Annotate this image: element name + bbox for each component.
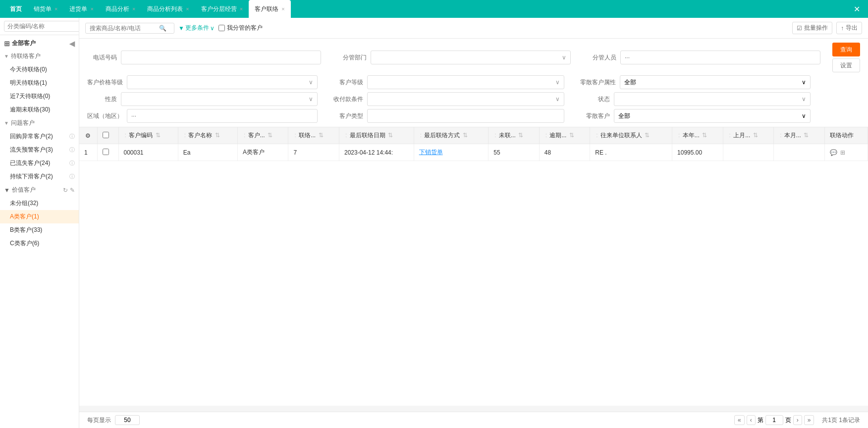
chevron-down-icon5: ∨ (309, 96, 313, 103)
customer-type-input[interactable] (367, 109, 564, 123)
close-goods-list-icon[interactable]: × (186, 6, 189, 12)
field-customer-type: 客户类型 (333, 109, 564, 123)
adv-filter-row-3: 性质 ∨ 收付款条件 ∨ 状态 (87, 92, 860, 106)
sidebar-item-declining[interactable]: 持续下滑客户(2) ⓘ (0, 170, 79, 183)
status-select[interactable]: ∨ (614, 92, 811, 106)
last-page-btn[interactable]: » (804, 415, 814, 425)
td-index: 1 (79, 144, 97, 161)
th-name: : 客户名称 ⇅ (178, 127, 237, 144)
phone-input[interactable] (121, 51, 321, 64)
td-code: 000031 (118, 144, 178, 161)
my-customer-checkbox[interactable] (218, 25, 225, 31)
horizontal-scrollbar[interactable] (79, 406, 868, 412)
close-customer-tier-icon[interactable]: × (240, 6, 243, 12)
sidebar-section-pending[interactable]: ▼ 待联络客户 (0, 50, 79, 63)
nav-tab-customer-contact[interactable]: 客户联络 × (249, 0, 290, 18)
sort-lastdate-icon: ⇅ (388, 132, 393, 139)
select-all-checkbox[interactable] (103, 132, 109, 138)
arrow-down-icon3: ▼ (4, 187, 10, 194)
field-payment: 收付款条件 ∨ (333, 92, 564, 106)
sidebar-item-overdue[interactable]: 逾期未联络(30) (0, 103, 79, 116)
sidebar-item-class-b[interactable]: B类客户(33) (0, 223, 79, 237)
first-page-btn[interactable]: « (734, 415, 745, 425)
sort-contactperson-icon: ⇅ (645, 132, 650, 139)
last-method-link[interactable]: 下销货单 (419, 149, 443, 156)
nav-tab-purchase[interactable]: 进货单 × (63, 0, 99, 18)
th-action: 联络动作 (824, 127, 868, 144)
sidebar-item-ungroup[interactable]: 未分组(32) (0, 197, 79, 210)
chat-icon[interactable]: 💬 (830, 149, 837, 156)
field-nature: 性质 ∨ (87, 92, 318, 106)
nav-tab-goods-list[interactable]: 商品分析列表 × (141, 0, 195, 18)
th-last-date: : 最后联络日期 ⇅ (339, 127, 414, 144)
sort-type-icon: ⇅ (268, 132, 272, 139)
filter-icon: ▼ (178, 25, 184, 32)
th-checkbox (97, 127, 118, 144)
retail-customer-select[interactable]: 全部 ∨ (614, 109, 811, 123)
help-icon-4: ⓘ (69, 173, 75, 180)
price-level-select[interactable]: ∨ (127, 75, 318, 89)
next-page-btn[interactable]: › (793, 415, 802, 425)
td-this-month (774, 144, 825, 161)
sort-name-icon: ⇅ (215, 132, 220, 139)
nav-tab-goods-analysis[interactable]: 商品分析 × (100, 0, 141, 18)
filter-search-input[interactable] (90, 25, 159, 32)
page-num-input[interactable] (765, 415, 783, 425)
payment-select[interactable]: ∨ (367, 92, 564, 106)
sidebar-item-7days[interactable]: 近7天待联络(0) (0, 90, 79, 103)
dept-select[interactable]: ∨ (371, 51, 571, 64)
row-checkbox[interactable] (103, 149, 109, 155)
edit-icon[interactable]: ✎ (70, 187, 75, 194)
close-purchase-icon[interactable]: × (90, 6, 93, 12)
chevron-down-icon6: ∨ (555, 96, 560, 103)
adv-filter-row-1: 电话号码 分管部门 ∨ 分管人员 ··· (87, 43, 860, 72)
td-last-month (723, 144, 774, 161)
sidebar-all-customers[interactable]: ⊞ 全部客户 ◀ (0, 35, 79, 50)
person-dots[interactable]: ··· (620, 51, 820, 64)
gear-icon[interactable]: ⚙ (85, 132, 91, 139)
refresh-icon[interactable]: ↻ (63, 187, 68, 194)
sidebar-item-lostwarning[interactable]: 流失预警客户(3) ⓘ (0, 143, 79, 157)
sidebar-section-problem[interactable]: ▼ 问题客户 (0, 116, 79, 130)
batch-op-btn[interactable]: ☑ 批量操作 (792, 22, 832, 34)
sidebar-section-value: ▼ 价值客户 ↻ ✎ (0, 183, 79, 197)
region-dots[interactable]: ··· (127, 109, 318, 123)
close-goods-analysis-icon[interactable]: × (132, 6, 135, 12)
chevron-down-icon: ∨ (562, 54, 566, 61)
sidebar-item-lost[interactable]: 已流失客户(24) ⓘ (0, 157, 79, 170)
action-icons: 💬 ⊞ (830, 149, 863, 156)
more-filter-btn[interactable]: ▼ 更多条件 ∨ (178, 24, 215, 32)
settings-btn[interactable]: 设置 (832, 58, 860, 72)
prev-page-btn[interactable]: ‹ (747, 415, 756, 425)
export-btn[interactable]: ↑ 导出 (836, 22, 862, 34)
nav-tab-home[interactable]: 首页 (4, 0, 28, 18)
grid-action-icon[interactable]: ⊞ (840, 149, 845, 156)
main-layout: 🔍 ⊞ 全部客户 ◀ ▼ 待联络客户 今天待联络(0) 明天待联络(1) 近7天… (0, 18, 868, 428)
nav-tab-sales[interactable]: 销货单 × (28, 0, 63, 18)
filter-search-box: 🔍 (85, 23, 174, 34)
arrow-down-icon2: ▼ (4, 120, 9, 126)
nav-tab-customer-tier[interactable]: 客户分层经营 × (195, 0, 249, 18)
nature-select[interactable]: ∨ (121, 92, 318, 106)
query-btn[interactable]: 查询 (832, 43, 860, 56)
filter-search-icon[interactable]: 🔍 (159, 25, 166, 32)
td-type: A类客户 (237, 144, 288, 161)
page-size-input[interactable] (115, 415, 140, 425)
th-settings: ⚙ (79, 127, 97, 144)
sidebar-item-tomorrow[interactable]: 明天待联络(1) (0, 76, 79, 90)
close-customer-contact-icon[interactable]: × (281, 6, 284, 12)
sidebar-search-input[interactable] (4, 21, 79, 32)
close-sales-icon[interactable]: × (54, 6, 57, 12)
customer-level-select[interactable]: ∨ (367, 75, 564, 89)
sidebar-item-today[interactable]: 今天待联络(0) (0, 63, 79, 76)
more-filter-arrow: ∨ (210, 25, 215, 32)
td-contact: 7 (288, 144, 339, 161)
sidebar-item-class-c[interactable]: C类客户(6) (0, 237, 79, 250)
adv-filter-row-2: 客户价格等级 ∨ 客户等级 ∨ 零散客户属性 (87, 75, 860, 89)
retail-attr-select[interactable]: 全部 ∨ (620, 75, 811, 89)
sidebar-item-class-a[interactable]: A类客户(1) (0, 210, 79, 223)
nav-close-all[interactable]: ✕ (850, 4, 864, 14)
sidebar-item-repurchase[interactable]: 回购异常客户(2) ⓘ (0, 130, 79, 143)
sidebar-collapse-icon[interactable]: ◀ (69, 40, 75, 48)
sidebar-search-area: 🔍 (0, 18, 79, 35)
